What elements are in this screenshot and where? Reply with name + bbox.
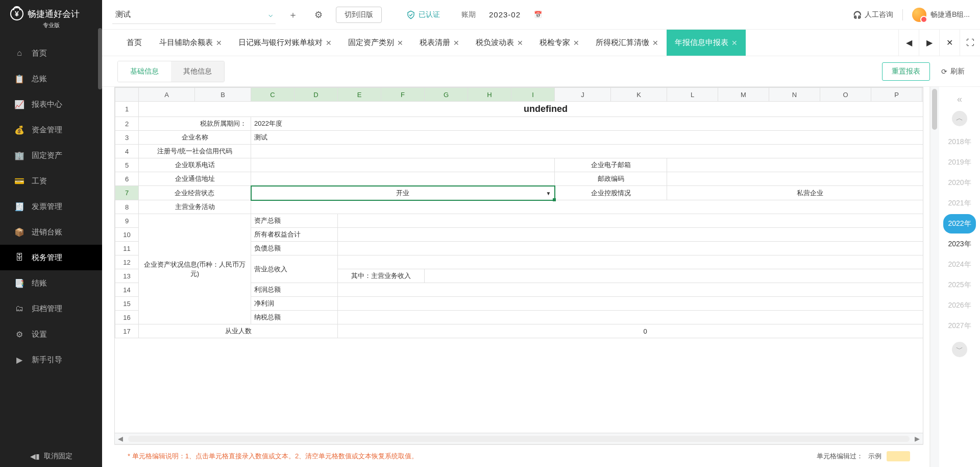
- tab[interactable]: 固定资产类别✕: [340, 30, 411, 56]
- close-icon[interactable]: ✕: [573, 39, 579, 47]
- row-header[interactable]: 13: [115, 269, 139, 283]
- cell[interactable]: 0: [338, 324, 924, 338]
- cell[interactable]: [425, 269, 924, 283]
- cell[interactable]: 2022年度: [251, 117, 924, 131]
- refresh-button[interactable]: ⟳ 刷新: [941, 67, 965, 76]
- row-header[interactable]: 16: [115, 311, 139, 324]
- year-item[interactable]: 2019年: [943, 153, 976, 172]
- year-item[interactable]: 2027年: [943, 316, 976, 336]
- tab-scroll-right[interactable]: ▶: [919, 30, 939, 56]
- vertical-scrollbar[interactable]: [930, 87, 939, 467]
- col-header[interactable]: A: [139, 88, 195, 102]
- year-item[interactable]: 2021年: [943, 194, 976, 213]
- add-button[interactable]: ＋: [285, 7, 301, 23]
- col-header[interactable]: L: [667, 88, 718, 102]
- nav-item[interactable]: ▶新手引导: [0, 347, 102, 372]
- col-header[interactable]: K: [611, 88, 667, 102]
- tab-close-all[interactable]: ✕: [939, 30, 960, 56]
- nav-item[interactable]: 📋总账: [0, 66, 102, 91]
- row-header[interactable]: 4: [115, 145, 139, 158]
- col-header[interactable]: H: [468, 88, 511, 102]
- year-item[interactable]: 2024年: [943, 255, 976, 274]
- nav-item[interactable]: 💳工资: [0, 168, 102, 194]
- tab[interactable]: 税表清册✕: [411, 30, 468, 56]
- cell[interactable]: [251, 200, 924, 214]
- cell[interactable]: 注册号/统一社会信用代码: [139, 145, 251, 158]
- nav-item[interactable]: ⚙设置: [0, 321, 102, 347]
- scroll-right-icon[interactable]: ▶: [912, 435, 923, 442]
- account-selector[interactable]: 测试 ⌵: [112, 6, 276, 24]
- cell[interactable]: 企业资产状况信息(币种：人民币万元): [139, 214, 251, 324]
- calendar-icon[interactable]: 📅: [534, 11, 542, 18]
- col-header[interactable]: P: [871, 88, 922, 102]
- col-header[interactable]: F: [381, 88, 425, 102]
- row-header[interactable]: 7: [115, 186, 139, 200]
- cell[interactable]: [338, 283, 924, 297]
- col-header[interactable]: G: [425, 88, 468, 102]
- col-header[interactable]: D: [295, 88, 338, 102]
- cell[interactable]: 资产总额: [251, 214, 338, 228]
- cell[interactable]: 企业经营状态: [139, 186, 251, 200]
- sidebar-scroll-thumb[interactable]: [98, 28, 102, 89]
- row-header[interactable]: 5: [115, 158, 139, 172]
- cell[interactable]: [667, 158, 924, 172]
- col-header[interactable]: I: [511, 88, 555, 102]
- select-all-cell[interactable]: [115, 88, 139, 102]
- year-down-button[interactable]: ﹀: [952, 342, 967, 357]
- nav-item[interactable]: 🏢固定资产: [0, 143, 102, 168]
- row-header[interactable]: 10: [115, 228, 139, 242]
- fullscreen-button[interactable]: ⛶: [960, 30, 980, 56]
- nav-item[interactable]: 💰资金管理: [0, 117, 102, 143]
- year-up-button[interactable]: ︿: [952, 111, 967, 126]
- close-icon[interactable]: ✕: [731, 39, 738, 47]
- col-header[interactable]: M: [718, 88, 769, 102]
- cell[interactable]: 邮政编码: [555, 172, 667, 186]
- cell[interactable]: 开业▼: [251, 186, 555, 200]
- nav-item[interactable]: 🗂归档管理: [0, 296, 102, 321]
- sidebar-pin-toggle[interactable]: ◀▮ 取消固定: [0, 446, 102, 467]
- tab[interactable]: 日记账与银行对账单核对✕: [230, 30, 340, 56]
- close-icon[interactable]: ✕: [326, 39, 332, 47]
- cell[interactable]: 负债总额: [251, 242, 338, 255]
- col-header[interactable]: J: [555, 88, 611, 102]
- cell[interactable]: 净利润: [251, 297, 338, 311]
- nav-item[interactable]: 📑结账: [0, 270, 102, 296]
- tab[interactable]: 斗目辅助余额表✕: [151, 30, 230, 56]
- nav-item[interactable]: 📈报表中心: [0, 91, 102, 117]
- cell[interactable]: 从业人数: [139, 324, 338, 338]
- cell[interactable]: 纳税总额: [251, 311, 338, 324]
- cell[interactable]: [251, 158, 555, 172]
- nav-item[interactable]: 🗄税务管理: [0, 245, 102, 270]
- spreadsheet[interactable]: ABCDEFGHIJKLMNOPQ1undefined2税款所属期间：2022年…: [114, 87, 923, 433]
- scroll-left-icon[interactable]: ◀: [115, 435, 126, 442]
- period-value[interactable]: 2023-02: [489, 10, 521, 19]
- cell[interactable]: [667, 172, 924, 186]
- cell[interactable]: 企业名称: [139, 131, 251, 145]
- col-header[interactable]: O: [820, 88, 871, 102]
- year-item[interactable]: 2026年: [943, 296, 976, 315]
- cell[interactable]: 企业电子邮箱: [555, 158, 667, 172]
- tab-scroll-left[interactable]: ◀: [898, 30, 919, 56]
- cell[interactable]: [338, 311, 924, 324]
- tab[interactable]: 税负波动表✕: [468, 30, 531, 56]
- cell[interactable]: [338, 228, 924, 242]
- nav-item[interactable]: ⌂首页: [0, 40, 102, 66]
- close-icon[interactable]: ✕: [216, 39, 222, 47]
- close-icon[interactable]: ✕: [397, 39, 403, 47]
- cell[interactable]: undefined: [139, 102, 924, 117]
- cell[interactable]: 营业总收入: [251, 255, 338, 283]
- close-icon[interactable]: ✕: [652, 39, 658, 47]
- row-header[interactable]: 14: [115, 283, 139, 297]
- row-header[interactable]: 6: [115, 172, 139, 186]
- cell[interactable]: [338, 242, 924, 255]
- cell[interactable]: 税款所属期间：: [139, 117, 251, 131]
- cell[interactable]: [338, 255, 924, 269]
- cell[interactable]: 测试: [251, 131, 924, 145]
- cell[interactable]: 所有者权益合计: [251, 228, 338, 242]
- col-header[interactable]: E: [338, 88, 381, 102]
- close-icon[interactable]: ✕: [453, 39, 459, 47]
- cell[interactable]: [338, 297, 924, 311]
- row-header[interactable]: 17: [115, 324, 139, 338]
- reset-button[interactable]: 重置报表: [882, 62, 930, 81]
- row-header[interactable]: 3: [115, 131, 139, 145]
